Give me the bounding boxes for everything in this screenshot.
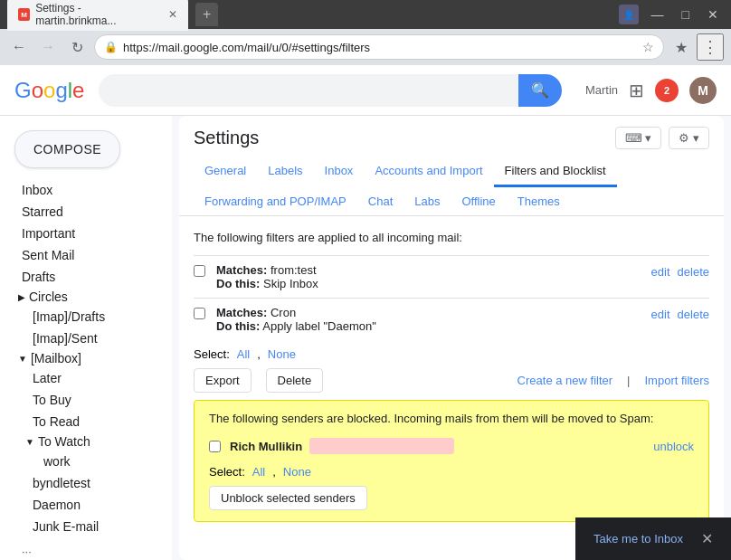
select-row: Select: All , None [194,347,709,361]
delete-filter-2[interactable]: delete [678,308,709,321]
tab-labs[interactable]: Labs [403,187,451,215]
sidebar-item-imap-sent[interactable]: [Imap]/Sent [0,327,157,349]
edit-filter-2[interactable]: edit [651,308,670,321]
sidebar-label-sent: Sent Mail [22,248,74,262]
filter-checkbox-2[interactable] [194,308,205,319]
blocked-select-none[interactable]: None [283,465,311,479]
google-logo: Google [14,78,84,103]
lock-icon: 🔒 [104,41,118,53]
user-name: Martin [585,83,618,97]
select-all-link[interactable]: All [237,347,250,361]
star-icon[interactable]: ☆ [642,40,654,54]
more-button[interactable]: ··· [0,537,172,560]
blocked-name-1: Rich Mullikin [230,440,302,453]
close-button[interactable]: ✕ [702,5,724,24]
tab-labels[interactable]: Labels [257,157,313,187]
minimize-button[interactable]: — [646,5,669,24]
address-bar[interactable]: 🔒 https://mail.google.com/mail/u/0/#sett… [94,34,664,60]
blocked-select-row: Select: All , None [209,465,694,479]
chrome-toolbar: ← → ↻ 🔒 https://mail.google.com/mail/u/0… [0,29,731,65]
search-input[interactable] [109,83,522,98]
delete-filter-1[interactable]: delete [678,265,709,279]
toast-close-icon[interactable]: ✕ [701,530,713,547]
main-layout: COMPOSE Inbox Starred Important Sent Mai… [0,116,731,560]
sidebar-item-imap-drafts[interactable]: [Imap]/Drafts [0,306,157,327]
sidebar-item-tobuy[interactable]: To Buy [0,389,157,411]
tab-close-icon[interactable]: ✕ [168,8,177,21]
blocked-section: The following senders are blocked. Incom… [194,400,709,522]
sidebar-item-drafts[interactable]: Drafts [0,266,157,288]
tab-accounts[interactable]: Accounts and Import [364,157,493,187]
sidebar-item-mailbox[interactable]: ▼ [Mailbox] [0,349,172,367]
blocked-checkbox-1[interactable] [209,441,221,452]
sidebar-label-starred: Starred [22,204,63,219]
maximize-button[interactable]: □ [677,5,695,24]
edit-filter-1[interactable]: edit [651,265,670,279]
tab-themes[interactable]: Themes [507,187,571,215]
sidebar-label-circles: Circles [29,289,68,304]
sidebar-item-later[interactable]: Later [0,367,157,389]
sidebar-label-daemon: Daemon [33,498,81,512]
sidebar-item-inbox[interactable]: Inbox [0,179,157,201]
bookmark-icon[interactable]: ★ [669,35,693,59]
avatar[interactable]: M [689,77,717,104]
create-filter-link[interactable]: Create a new filter [517,374,613,387]
search-button[interactable]: 🔍 [518,74,562,107]
unblock-selected-button[interactable]: Unblock selected senders [209,486,367,510]
tab-general[interactable]: General [194,157,257,187]
sidebar-item-toread[interactable]: To Read [0,411,157,432]
select-none-link[interactable]: None [268,347,296,361]
unblock-link-1[interactable]: unblock [653,440,694,453]
search-bar[interactable]: ▼ [99,74,551,107]
settings-gear-button[interactable]: ⚙ ▾ [669,127,709,149]
tab-filters[interactable]: Filters and Blocklist [494,157,617,187]
filter-do-1: Do this: Skip Inbox [216,277,651,290]
back-button[interactable]: ← [7,35,31,59]
expand-icon: ▼ [18,354,27,364]
settings-actions: ⌨ ▾ ⚙ ▾ [615,127,709,149]
browser-tab[interactable]: M Settings - martin.brinkma... ✕ [7,0,188,31]
chrome-menu-button[interactable]: ⋮ [697,33,724,61]
sidebar-label-byndletest: byndletest [33,476,90,490]
filter-actions-2: edit delete [651,308,709,321]
tab-chat[interactable]: Chat [357,187,403,215]
sidebar-item-byndletest[interactable]: byndletest [0,472,157,494]
keyboard-shortcuts-button[interactable]: ⌨ ▾ [615,127,662,149]
sidebar-item-work[interactable]: work [0,451,157,472]
compose-button[interactable]: COMPOSE [14,130,120,168]
sidebar-item-starred[interactable]: Starred [0,201,157,223]
extension-icon[interactable]: 👤 [619,5,639,24]
settings-title: Settings [194,128,259,148]
filter-details-2: Matches: Cron Do this: Apply label "Daem… [216,306,651,333]
filter-do-2: Do this: Apply label "Daemon" [216,319,651,333]
toast-inbox-link[interactable]: Take me to Inbox [593,532,683,546]
notification-badge[interactable]: 2 [655,79,679,102]
filter-checkbox-1[interactable] [194,265,205,277]
settings-header: Settings ⌨ ▾ ⚙ ▾ General Labels Inbox Ac… [179,116,724,216]
sidebar-item-junk[interactable]: Junk E-mail [0,516,157,537]
import-filters-link[interactable]: Import filters [644,374,709,387]
sidebar-item-circles[interactable]: ▶ Circles [0,288,172,306]
title-bar: M Settings - martin.brinkma... ✕ + 👤 — □… [0,0,731,29]
sidebar-item-daemon[interactable]: Daemon [0,494,157,516]
sidebar-item-important[interactable]: Important [0,223,157,244]
refresh-button[interactable]: ↻ [65,35,89,59]
sidebar-label-towatch: To Watch [38,434,90,449]
sidebar-label-later: Later [33,371,62,385]
export-button[interactable]: Export [194,368,252,393]
forward-button[interactable]: → [36,35,60,59]
filter-actions-1: edit delete [651,265,709,279]
filter-match-1: Matches: from:test [216,263,651,277]
tab-inbox[interactable]: Inbox [314,157,365,187]
header-right: Martin ⊞ 2 M [585,77,717,104]
sidebar-item-sent[interactable]: Sent Mail [0,244,157,266]
tab-offline[interactable]: Offline [451,187,506,215]
apps-icon[interactable]: ⊞ [629,80,644,101]
tab-forwarding[interactable]: Forwarding and POP/IMAP [194,187,357,215]
delete-button[interactable]: Delete [266,368,324,393]
content-area: Settings ⌨ ▾ ⚙ ▾ General Labels Inbox Ac… [179,116,724,560]
notification-count[interactable]: 2 [655,79,679,102]
new-tab[interactable]: + [195,3,218,26]
blocked-select-all[interactable]: All [252,465,265,479]
sidebar-item-towatch[interactable]: ▼ To Watch [0,432,172,451]
